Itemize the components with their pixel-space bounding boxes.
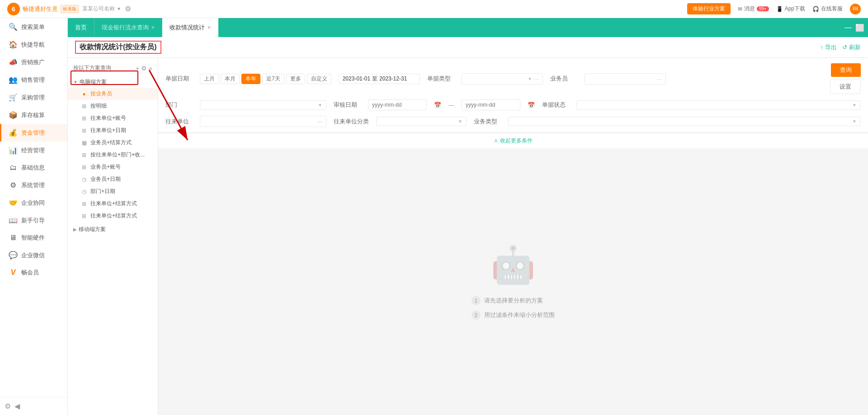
partner-category-label: 往来单位分类 bbox=[334, 118, 369, 126]
sidebar-collapse-icon[interactable]: ◀ bbox=[14, 402, 20, 410]
date-range-input[interactable]: 2023-01-01 至 2023-12-31 bbox=[339, 74, 420, 84]
member-icon: V bbox=[9, 269, 18, 277]
tab-receipt-close-icon[interactable]: × bbox=[208, 24, 211, 31]
trial-button[interactable]: 体验行业方案 bbox=[687, 3, 731, 14]
sidebar-item-inventory[interactable]: 📦 库存核算 bbox=[0, 106, 67, 124]
scheme-item-by-partner-dept[interactable]: ⊞ 按往来单位+部门+收... bbox=[68, 149, 158, 161]
scheme-item-by-partner-account[interactable]: ⊞ 往来单位+账号 bbox=[68, 112, 158, 124]
sidebar-item-label: 采购管理 bbox=[21, 94, 45, 102]
purchase-icon: 🛒 bbox=[9, 93, 18, 102]
sidebar-item-basic[interactable]: 🗂 基础信息 bbox=[0, 159, 67, 176]
doc-type-select[interactable]: ▼ ··· bbox=[462, 73, 543, 85]
app-download-item[interactable]: 📱 App下载 bbox=[776, 5, 805, 13]
panel-add-icon[interactable]: + bbox=[136, 65, 139, 72]
refresh-button[interactable]: ↺ 刷新 bbox=[842, 43, 861, 52]
sidebar-item-label: 资金管理 bbox=[21, 129, 45, 137]
tab-minimize-icon[interactable]: — bbox=[844, 24, 852, 32]
scheme-item-by-salesman-account[interactable]: ⊞ 业务员+账号 bbox=[68, 161, 158, 173]
scheme-item-label: 按明细 bbox=[90, 102, 107, 110]
tab-maximize-icon[interactable]: ⬜ bbox=[855, 24, 864, 32]
step-1-num: 1 bbox=[472, 296, 481, 305]
audit-date-start-input[interactable] bbox=[368, 99, 427, 110]
page-header: 收款情况统计(按业务员) ↑ 导出 ↺ 刷新 bbox=[68, 37, 868, 58]
sidebar-item-marketing[interactable]: 📣 营销推广 bbox=[0, 53, 67, 71]
sidebar-item-quick-nav[interactable]: 🏠 快捷导航 bbox=[0, 36, 67, 53]
panel-collapse-icon[interactable]: « bbox=[149, 65, 152, 72]
audit-date-end-input[interactable] bbox=[462, 99, 520, 110]
doc-status-select[interactable]: ▼ bbox=[576, 100, 861, 110]
empty-step-2: 2 用过滤条件来缩小分析范围 bbox=[472, 311, 555, 320]
sidebar-settings-icon[interactable]: ⚙ bbox=[5, 402, 11, 410]
partner-category-select[interactable]: ▼ bbox=[376, 117, 467, 126]
tab-controls: — ⬜ bbox=[841, 24, 868, 32]
panel-settings-icon[interactable]: ⚙ bbox=[141, 65, 147, 72]
settings-icon[interactable]: ⚙ bbox=[125, 5, 131, 13]
online-service-item[interactable]: 🎧 在线客服 bbox=[812, 5, 843, 13]
scheme-item-by-partner-method1[interactable]: ⊞ 往来单位+结算方式 bbox=[68, 198, 158, 210]
scheme-item-by-partner-method2[interactable]: ⊞ 往来单位+结算方式 bbox=[68, 210, 158, 222]
sidebar-item-label: 智能硬件 bbox=[21, 234, 45, 242]
date-custom-btn[interactable]: 自定义 bbox=[307, 74, 331, 84]
salesman-select[interactable]: ··· bbox=[585, 73, 666, 85]
salesman-more-icon[interactable]: ··· bbox=[657, 75, 662, 82]
user-avatar[interactable]: Rit bbox=[850, 4, 861, 14]
by-salesman-method-icon: ▦ bbox=[80, 140, 88, 146]
doc-type-more-icon[interactable]: ··· bbox=[534, 75, 539, 82]
sidebar-item-label: 畅会员 bbox=[21, 269, 39, 277]
scheme-item-label: 部门+日期 bbox=[90, 188, 115, 195]
sidebar-item-member[interactable]: V 畅会员 bbox=[0, 264, 67, 281]
doc-type-arrow-icon: ▼ bbox=[528, 76, 532, 81]
logo-icon: 6 bbox=[7, 3, 20, 15]
doc-status-arrow-icon: ▼ bbox=[852, 103, 857, 108]
date-last-7-days-btn[interactable]: 近7天 bbox=[262, 74, 284, 84]
sidebar-item-operations[interactable]: 📊 经营管理 bbox=[0, 141, 67, 159]
tab-bank[interactable]: 现金银行流水查询 × bbox=[94, 18, 162, 37]
message-item[interactable]: ✉ 消息 99+ bbox=[738, 5, 769, 13]
scheme-item-by-dept-date[interactable]: ◷ 部门+日期 bbox=[68, 185, 158, 198]
sidebar-item-wechat[interactable]: 💬 企业微信 bbox=[0, 246, 67, 264]
sidebar-item-finance[interactable]: 💰 资金管理 bbox=[0, 124, 67, 141]
scheme-item-by-salesman[interactable]: ● 按业务员 bbox=[68, 88, 158, 100]
by-salesman-date-icon: ◷ bbox=[80, 176, 88, 183]
date-more-btn[interactable]: 更多 bbox=[286, 74, 305, 84]
audit-date-end-calendar-icon[interactable]: 📅 bbox=[528, 102, 535, 108]
mobile-group-header[interactable]: ▶ 移动端方案 bbox=[68, 224, 158, 235]
audit-date-calendar-icon[interactable]: 📅 bbox=[434, 102, 441, 108]
set-button[interactable]: 设置 bbox=[830, 80, 861, 94]
sidebar-item-enterprise[interactable]: 🤝 企业协同 bbox=[0, 194, 67, 212]
export-button[interactable]: ↑ 导出 bbox=[821, 43, 837, 52]
empty-steps: 1 请先选择要分析的方案 2 用过滤条件来缩小分析范围 bbox=[472, 296, 555, 320]
sidebar-item-search-menu[interactable]: 🔍 搜索菜单 bbox=[0, 18, 67, 36]
tab-home[interactable]: 首页 bbox=[68, 18, 94, 37]
scheme-item-by-salesman-method[interactable]: ▦ 业务员+结算方式 bbox=[68, 137, 158, 149]
sidebar-item-hardware[interactable]: 🖥 智能硬件 bbox=[0, 229, 67, 246]
scheme-item-by-detail[interactable]: ⊞ 按明细 bbox=[68, 100, 158, 112]
tab-bank-close-icon[interactable]: × bbox=[151, 24, 155, 31]
biz-type-select[interactable]: ▼ bbox=[508, 117, 861, 126]
desktop-group-header[interactable]: ▼ 电脑端方案 bbox=[68, 76, 158, 88]
salesman-label: 业务员 bbox=[550, 75, 577, 83]
download-icon: 📱 bbox=[776, 6, 783, 12]
filter-panel: 单据日期 上月 本月 本年 近7天 更多 自定义 2023-01-01 bbox=[158, 58, 868, 133]
query-button[interactable]: 查询 bbox=[831, 63, 861, 77]
desktop-scheme-group: ▼ 电脑端方案 ● 按业务员 ⊞ 按明细 ⊞ bbox=[68, 76, 158, 222]
date-this-month-btn[interactable]: 本月 bbox=[221, 74, 240, 84]
dept-select[interactable]: ▼ bbox=[200, 100, 326, 110]
top-header: 6 畅捷通好生意 标准版 某某公司名称 ▼ ⚙ 体验行业方案 ✉ 消息 99+ … bbox=[0, 0, 868, 18]
date-this-year-btn[interactable]: 本年 bbox=[241, 74, 260, 84]
sidebar-item-sales[interactable]: 👥 销售管理 bbox=[0, 71, 67, 89]
sidebar-item-purchase[interactable]: 🛒 采购管理 bbox=[0, 89, 67, 106]
company-selector[interactable]: 某某公司名称 ▼ bbox=[82, 5, 121, 13]
collapse-bar[interactable]: ∧ 收起更多条件 bbox=[158, 133, 868, 148]
guide-icon: 📖 bbox=[9, 216, 18, 225]
left-panel: 按以下方案查询 + ⚙ « ▼ 电脑端方案 bbox=[68, 58, 158, 415]
partner-more-icon[interactable]: ··· bbox=[317, 118, 322, 125]
tab-receipt[interactable]: 收款情况统计 × bbox=[162, 18, 218, 37]
scheme-item-by-partner-date[interactable]: ⊞ 往来单位+日期 bbox=[68, 124, 158, 137]
partner-select[interactable]: ··· bbox=[200, 116, 326, 127]
sidebar-item-guide[interactable]: 📖 新手引导 bbox=[0, 212, 67, 229]
sidebar-item-system[interactable]: ⚙ 系统管理 bbox=[0, 176, 67, 194]
message-label: 消息 bbox=[744, 5, 755, 13]
scheme-item-by-salesman-date[interactable]: ◷ 业务员+日期 bbox=[68, 173, 158, 185]
date-last-month-btn[interactable]: 上月 bbox=[200, 74, 219, 84]
